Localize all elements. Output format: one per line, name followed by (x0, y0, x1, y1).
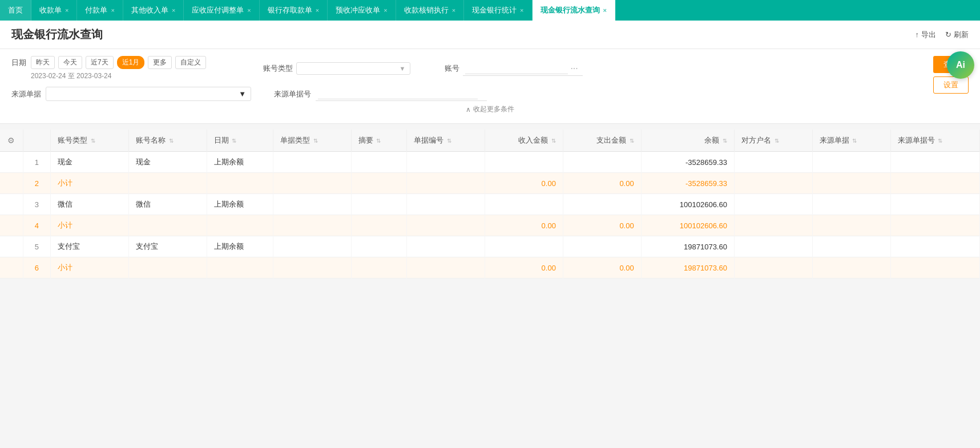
sort-doc-type-icon: ⇅ (313, 138, 318, 144)
th-counterparty[interactable]: 对方户名 ⇅ (734, 130, 812, 152)
export-icon: ↑ (916, 30, 919, 39)
nav-ap-adjust-label: 应收应付调整单 (192, 5, 244, 15)
nav-payment-close[interactable]: × (111, 7, 114, 14)
ai-button[interactable]: Ai (947, 51, 974, 79)
th-balance-label: 余额 (704, 136, 719, 144)
nav-cash-bank-query-label: 现金银行流水查询 (541, 5, 600, 15)
nav-collection-exec[interactable]: 收款核销执行 × (396, 0, 464, 21)
nav-receipt-close[interactable]: × (65, 7, 68, 14)
nav-cash-bank-stat-close[interactable]: × (520, 7, 523, 14)
refresh-button[interactable]: ↻ 刷新 (945, 30, 969, 40)
th-settings: ⚙ (0, 130, 23, 152)
th-summary[interactable]: 摘要 ⇅ (351, 130, 407, 152)
date-btn-7days[interactable]: 近7天 (86, 56, 114, 69)
th-source-doc-no[interactable]: 来源单据号 ⇅ (890, 130, 979, 152)
table-row: 5支付宝支付宝上期余额19871073.60 (0, 236, 980, 257)
th-account-name-label: 账号名称 (136, 136, 166, 144)
th-date-label: 日期 (214, 136, 229, 144)
date-buttons: 昨天 今天 近7天 近1月 更多 自定义 (31, 56, 206, 69)
page-title: 现金银行流水查询 (11, 27, 103, 42)
sort-expense-icon: ⇅ (630, 138, 634, 144)
source-doc-label: 来源单据 (11, 89, 41, 99)
date-range-text: 2023-02-24 至 2023-03-24 (31, 72, 111, 80)
ai-label: Ai (956, 60, 965, 70)
nav-payment[interactable]: 付款单 × (77, 0, 123, 21)
date-btn-1month[interactable]: 近1月 (117, 56, 145, 69)
export-button[interactable]: ↑ 导出 (916, 30, 937, 40)
sort-source-doc-no-icon: ⇅ (938, 138, 942, 144)
date-btn-today[interactable]: 今天 (58, 56, 82, 69)
top-nav: 首页 收款单 × 付款单 × 其他收入单 × 应收应付调整单 × 银行存取款单 … (0, 0, 980, 21)
sort-balance-icon: ⇅ (723, 138, 727, 144)
nav-bank-deposit-close[interactable]: × (316, 7, 319, 14)
collapse-bar[interactable]: ∧ 收起更多条件 (11, 101, 969, 116)
nav-receipt-label: 收款单 (39, 5, 62, 15)
sort-counterparty-icon: ⇅ (775, 138, 779, 144)
nav-ap-adjust-close[interactable]: × (247, 7, 251, 14)
account-label: 账号 (445, 63, 459, 74)
th-date[interactable]: 日期 ⇅ (207, 130, 273, 152)
account-type-select[interactable]: ▼ (296, 62, 410, 75)
nav-cash-bank-query-close[interactable]: × (603, 7, 607, 14)
date-btn-yesterday[interactable]: 昨天 (31, 56, 55, 69)
nav-cash-bank-stat-label: 现金银行统计 (472, 5, 517, 15)
nav-advance-offset-label: 预收冲应收单 (336, 5, 380, 15)
nav-cash-bank-stat[interactable]: 现金银行统计 × (464, 0, 532, 21)
nav-receipt[interactable]: 收款单 × (31, 0, 77, 21)
th-expense[interactable]: 支出金额 ⇅ (563, 130, 641, 152)
account-type-arrow-icon: ▼ (399, 65, 405, 72)
source-doc-select[interactable]: ▼ (46, 87, 251, 101)
nav-cash-bank-query[interactable]: 现金银行流水查询 × (533, 0, 615, 21)
nav-collection-exec-close[interactable]: × (452, 7, 455, 14)
source-doc-no-label: 来源单据号 (274, 89, 311, 99)
nav-bank-deposit[interactable]: 银行存取款单 × (260, 0, 328, 21)
th-income[interactable]: 收入金额 ⇅ (485, 130, 563, 152)
header-actions: ↑ 导出 ↻ 刷新 (916, 30, 969, 40)
date-btn-custom[interactable]: 自定义 (175, 56, 206, 69)
filter-area: 日期 昨天 今天 近7天 近1月 更多 自定义 2023-02-24 至 202… (0, 49, 980, 124)
source-doc-no-input[interactable] (318, 88, 478, 99)
th-account-name[interactable]: 账号名称 ⇅ (128, 130, 207, 152)
source-doc-no-filter: 来源单据号 (274, 87, 487, 101)
nav-other-income-close[interactable]: × (172, 7, 175, 14)
account-dots-icon[interactable]: ··· (568, 63, 580, 74)
settings-button[interactable]: 设置 (933, 76, 969, 94)
table-row: 1现金现金上期余额-3528659.33 (0, 152, 980, 173)
filter-row-1: 日期 昨天 今天 近7天 近1月 更多 自定义 2023-02-24 至 202… (11, 56, 933, 81)
nav-advance-offset[interactable]: 预收冲应收单 × (328, 0, 396, 21)
th-doc-no[interactable]: 单据编号 ⇅ (407, 130, 485, 152)
nav-other-income[interactable]: 其他收入单 × (123, 0, 184, 21)
refresh-icon: ↻ (945, 30, 951, 39)
data-table: ⚙ 账号类型 ⇅ 账号名称 ⇅ 日期 ⇅ 单据类型 ⇅ (0, 130, 980, 279)
nav-collection-exec-label: 收款核销执行 (404, 5, 449, 15)
th-doc-type-label: 单据类型 (280, 136, 310, 144)
table-body: 1现金现金上期余额-3528659.332小计0.000.00-3528659.… (0, 152, 980, 279)
th-summary-label: 摘要 (358, 136, 373, 144)
date-btn-more[interactable]: 更多 (148, 56, 172, 69)
nav-bank-deposit-label: 银行存取款单 (268, 5, 312, 15)
account-filter: 账号 ··· (445, 62, 582, 76)
nav-payment-label: 付款单 (85, 5, 107, 15)
th-doc-no-label: 单据编号 (414, 136, 443, 144)
nav-advance-offset-close[interactable]: × (384, 7, 387, 14)
account-input[interactable] (465, 63, 568, 74)
column-settings-icon[interactable]: ⚙ (7, 136, 15, 145)
table-row: 6小计0.000.0019871073.60 (0, 257, 980, 279)
source-doc-filter: 来源单据 ▼ (11, 87, 251, 101)
account-type-label: 账号类型 (263, 63, 293, 74)
nav-ap-adjust[interactable]: 应收应付调整单 × (184, 0, 259, 21)
sort-account-name-icon: ⇅ (169, 138, 174, 144)
th-balance[interactable]: 余额 ⇅ (641, 130, 734, 152)
th-account-type[interactable]: 账号类型 ⇅ (51, 130, 129, 152)
sort-account-type-icon: ⇅ (91, 138, 95, 144)
table-container: ⚙ 账号类型 ⇅ 账号名称 ⇅ 日期 ⇅ 单据类型 ⇅ (0, 130, 980, 279)
nav-other-income-label: 其他收入单 (131, 5, 168, 15)
collapse-label: 收起更多条件 (473, 104, 514, 114)
nav-home-label: 首页 (8, 5, 23, 15)
nav-home[interactable]: 首页 (0, 0, 31, 21)
export-label: 导出 (921, 30, 936, 40)
th-source-doc[interactable]: 来源单据 ⇅ (812, 130, 890, 152)
sort-date-icon: ⇅ (232, 138, 236, 144)
filter-row-2: 来源单据 ▼ 来源单据号 (11, 87, 933, 101)
th-doc-type[interactable]: 单据类型 ⇅ (273, 130, 351, 152)
